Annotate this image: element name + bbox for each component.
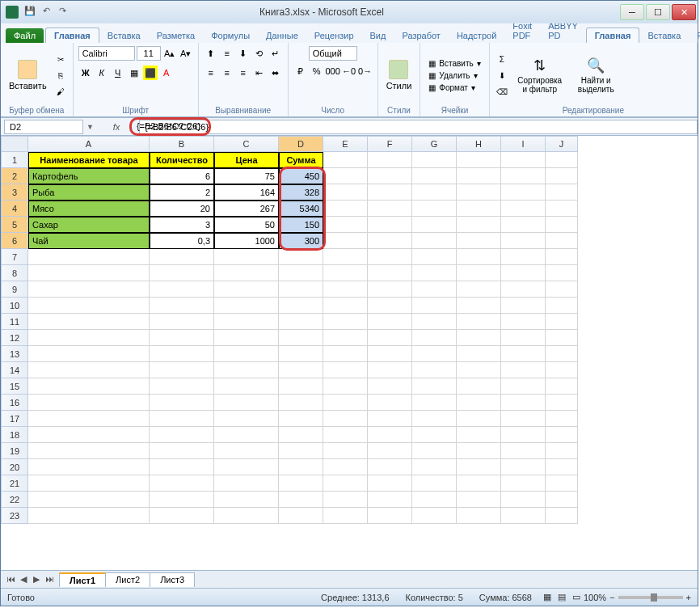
cell-G17[interactable] — [412, 411, 457, 427]
cell-E19[interactable] — [323, 443, 368, 459]
comma-icon[interactable]: 000 — [326, 64, 340, 78]
sheet-nav-first-icon[interactable]: ⏮ — [4, 574, 17, 585]
cell-H13[interactable] — [457, 346, 501, 362]
cell-J18[interactable] — [546, 427, 578, 443]
col-header-A[interactable]: A — [28, 136, 150, 152]
fill-color-icon[interactable]: ⬛ — [143, 65, 158, 80]
cell-G21[interactable] — [412, 475, 457, 492]
cell-G9[interactable] — [412, 281, 457, 298]
cell-B1[interactable]: Количество — [150, 152, 214, 168]
cell-G2[interactable] — [412, 168, 457, 184]
cell-G7[interactable] — [412, 249, 457, 265]
row-header-19[interactable]: 19 — [1, 443, 28, 459]
cell-I4[interactable] — [501, 201, 546, 217]
col-header-D[interactable]: D — [279, 136, 323, 152]
cell-C15[interactable] — [214, 378, 279, 395]
view-pagebreak-icon[interactable]: ▭ — [569, 590, 584, 605]
cell-D13[interactable] — [279, 346, 323, 362]
cell-J17[interactable] — [546, 411, 578, 427]
cell-F5[interactable] — [368, 217, 412, 233]
fx-label[interactable]: fx — [94, 122, 139, 132]
cell-I5[interactable] — [501, 217, 546, 233]
cell-B22[interactable] — [150, 492, 214, 508]
cell-D4[interactable]: 5340 — [279, 201, 323, 217]
cell-F17[interactable] — [368, 411, 412, 427]
cell-E15[interactable] — [323, 378, 368, 395]
tab-разработ[interactable]: Разработ — [394, 28, 448, 43]
cell-B19[interactable] — [150, 443, 214, 459]
row-header-14[interactable]: 14 — [1, 362, 28, 378]
cell-E20[interactable] — [323, 459, 368, 475]
col-header-I[interactable]: I — [501, 136, 546, 152]
cell-H23[interactable] — [457, 508, 501, 524]
cell-F16[interactable] — [368, 395, 412, 411]
format-cells-button[interactable]: ▦Формат▾ — [425, 82, 483, 93]
cell-H10[interactable] — [457, 298, 501, 314]
cell-C20[interactable] — [214, 459, 279, 475]
indent-dec-icon[interactable]: ⇤ — [252, 65, 267, 80]
cell-C17[interactable] — [214, 411, 279, 427]
cell-D5[interactable]: 150 — [279, 217, 323, 233]
cell-E17[interactable] — [323, 411, 368, 427]
cell-B11[interactable] — [150, 314, 214, 330]
row-header-15[interactable]: 15 — [1, 378, 28, 395]
cell-C21[interactable] — [214, 475, 279, 492]
cell-B9[interactable] — [150, 281, 214, 298]
row-header-16[interactable]: 16 — [1, 395, 28, 411]
cell-C4[interactable]: 267 — [214, 201, 279, 217]
cell-G18[interactable] — [412, 427, 457, 443]
cell-D9[interactable] — [279, 281, 323, 298]
insert-cells-button[interactable]: ▦Вставить▾ — [425, 58, 483, 69]
cell-J16[interactable] — [546, 395, 578, 411]
col-header-B[interactable]: B — [150, 136, 214, 152]
cell-J20[interactable] — [546, 459, 578, 475]
cell-J19[interactable] — [546, 443, 578, 459]
tab-1[interactable]: Вставка — [639, 28, 689, 43]
align-left-icon[interactable]: ≡ — [204, 65, 218, 80]
cell-C9[interactable] — [214, 281, 279, 298]
cell-E13[interactable] — [323, 346, 368, 362]
cell-B12[interactable] — [150, 330, 214, 346]
sort-filter-button[interactable]: ⇅ Сортировка и фильтр — [512, 55, 567, 95]
tab-2[interactable]: Разметка — [689, 28, 700, 43]
cell-E4[interactable] — [323, 201, 368, 217]
row-header-22[interactable]: 22 — [1, 492, 28, 508]
cell-E21[interactable] — [323, 475, 368, 492]
cell-J23[interactable] — [546, 508, 578, 524]
tab-file[interactable]: Файл — [6, 28, 44, 43]
cell-G5[interactable] — [412, 217, 457, 233]
row-header-20[interactable]: 20 — [1, 459, 28, 475]
cell-A12[interactable] — [28, 330, 150, 346]
cell-D10[interactable] — [279, 298, 323, 314]
cell-J15[interactable] — [546, 378, 578, 395]
cell-H12[interactable] — [457, 330, 501, 346]
align-middle-icon[interactable]: ≡ — [220, 46, 234, 61]
cell-I10[interactable] — [501, 298, 546, 314]
cell-A22[interactable] — [28, 492, 150, 508]
row-header-13[interactable]: 13 — [1, 346, 28, 362]
align-top-icon[interactable]: ⬆ — [204, 46, 218, 61]
row-header-9[interactable]: 9 — [1, 281, 28, 298]
col-header-G[interactable]: G — [412, 136, 457, 152]
cell-F18[interactable] — [368, 427, 412, 443]
cell-J4[interactable] — [546, 201, 578, 217]
sheet-tab-0[interactable]: Лист1 — [59, 572, 106, 587]
cell-A7[interactable] — [28, 249, 150, 265]
cell-D7[interactable] — [279, 249, 323, 265]
cell-B13[interactable] — [150, 346, 214, 362]
cell-G15[interactable] — [412, 378, 457, 395]
cell-D11[interactable] — [279, 314, 323, 330]
cell-J22[interactable] — [546, 492, 578, 508]
cell-J5[interactable] — [546, 217, 578, 233]
cell-H1[interactable] — [457, 152, 501, 168]
cell-J8[interactable] — [546, 265, 578, 281]
cell-I16[interactable] — [501, 395, 546, 411]
cell-F7[interactable] — [368, 249, 412, 265]
styles-button[interactable]: Стили — [383, 58, 415, 92]
cell-G11[interactable] — [412, 314, 457, 330]
cell-A21[interactable] — [28, 475, 150, 492]
find-select-button[interactable]: 🔍 Найти и выделить — [571, 55, 622, 95]
cell-J6[interactable] — [546, 233, 578, 249]
cell-H15[interactable] — [457, 378, 501, 395]
cell-H7[interactable] — [457, 249, 501, 265]
